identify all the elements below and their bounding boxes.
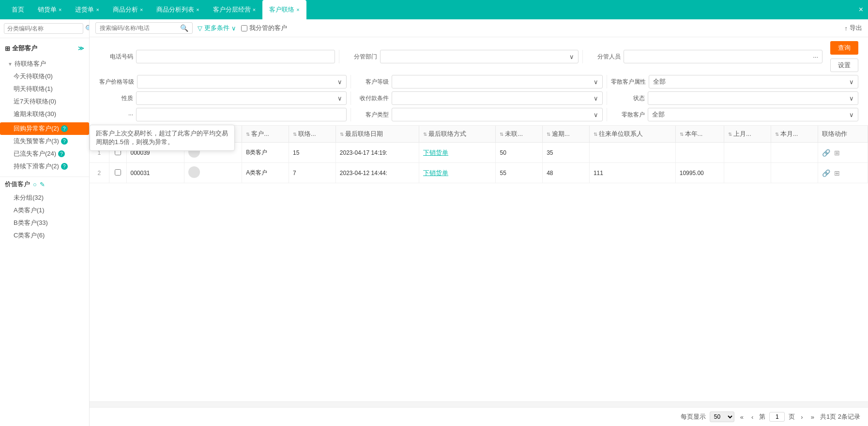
link-action-icon[interactable]: 🔗 <box>822 169 830 177</box>
page-size-select[interactable]: 50 20 100 <box>710 411 734 422</box>
nature-label: 性质 <box>99 94 133 103</box>
dots-input[interactable] <box>136 108 347 121</box>
col-last-contact-date-header[interactable]: ⇅ 最后联络日期 <box>335 126 419 143</box>
customer-level-select[interactable]: ∨ <box>392 75 602 88</box>
close-icon[interactable]: × <box>59 7 61 13</box>
dept-select[interactable]: ∨ <box>380 50 579 63</box>
settings-icon[interactable]: ✎ <box>40 181 45 188</box>
my-customers-checkbox[interactable] <box>241 25 247 31</box>
row-type: A类客户 <box>242 163 289 183</box>
phone-input[interactable] <box>136 50 335 63</box>
row-this-year <box>675 143 724 163</box>
row-no-contact: 55 <box>496 163 543 183</box>
nav-tab-customer-layers[interactable]: 客户分层经营 × <box>206 0 262 19</box>
search-input[interactable] <box>100 25 177 31</box>
query-button[interactable]: 查询 <box>830 41 858 55</box>
sidebar-item-tomorrow[interactable]: 明天待联络(1) <box>0 83 89 95</box>
search-icon[interactable]: 🔍 <box>180 24 188 32</box>
tooltip-box: 距客户上次交易时长，超过了此客户的平均交易周期的1.5倍，则视为异常。 <box>90 125 235 151</box>
sidebar-all-customers[interactable]: ⊞ 全部客户 ≫ <box>0 41 89 56</box>
chevron-down-icon: ∨ <box>231 25 236 32</box>
collapse-icon[interactable]: ≫ <box>78 45 84 52</box>
sidebar-item-a-class[interactable]: A类客户(1) <box>0 204 89 217</box>
row-last-contact-method[interactable]: 下销货单 <box>419 163 496 183</box>
per-page-label: 每页显示 <box>681 412 706 421</box>
filter-cell-payment: 收付款条件 ∨ <box>351 91 606 105</box>
sidebar-item-c-class[interactable]: C类客户(6) <box>0 229 89 242</box>
col-contacts-header[interactable]: ⇅ 往来单位联系人 <box>589 126 675 143</box>
row-actions: 🔗 ⊞ <box>818 143 868 163</box>
avatar <box>188 166 200 178</box>
close-icon[interactable]: × <box>96 7 99 13</box>
col-this-month-header[interactable]: ⇅ 本月... <box>771 126 818 143</box>
sidebar-item-ungroup[interactable]: 未分组(32) <box>0 191 89 204</box>
export-button[interactable]: ↑ 导出 <box>845 24 863 32</box>
manager-select[interactable]: ··· <box>624 50 822 63</box>
link-action-icon[interactable]: 🔗 <box>822 149 830 157</box>
page-number-input[interactable] <box>769 412 785 422</box>
settings-button[interactable]: 设置 <box>830 59 858 72</box>
status-select[interactable]: ∨ <box>648 91 858 105</box>
pending-contact-title[interactable]: ▼ 待联络客户 <box>0 58 89 70</box>
col-last-contact-method-header[interactable]: ⇅ 最后联络方式 <box>419 126 496 143</box>
row-checkbox[interactable] <box>109 163 126 183</box>
nav-tab-analysis[interactable]: 商品分析 × <box>106 0 150 19</box>
first-page-button[interactable]: « <box>738 412 746 422</box>
row-select-checkbox[interactable] <box>115 169 121 176</box>
horizontal-scrollbar[interactable] <box>90 401 868 407</box>
sidebar-item-today[interactable]: 今天待联络(0) <box>0 70 89 83</box>
customer-type-label: 客户类型 <box>355 111 389 119</box>
prev-page-button[interactable]: ‹ <box>749 412 755 422</box>
grid-action-icon[interactable]: ⊞ <box>834 149 840 157</box>
customer-type-select[interactable]: ∨ <box>392 108 602 121</box>
table-area[interactable]: ⚙ ⇅ 客户编码 ⇅ 客户名称 <box>90 126 868 401</box>
sort-icon: ⇅ <box>423 132 428 137</box>
close-icon[interactable]: × <box>296 7 299 13</box>
sidebar-item-churned[interactable]: 已流失客户(24) ? <box>0 147 89 160</box>
close-all-button[interactable]: × <box>859 5 863 14</box>
payment-select[interactable]: ∨ <box>392 91 602 105</box>
close-icon[interactable]: × <box>196 7 199 13</box>
sort-icon: ⇅ <box>728 132 733 137</box>
col-last-month-header[interactable]: ⇅ 上月... <box>724 126 771 143</box>
close-icon[interactable]: × <box>253 7 256 13</box>
sidebar-search-input[interactable] <box>4 23 83 34</box>
sidebar-item-overdue[interactable]: 逾期未联络(30) <box>0 108 89 120</box>
all-value: 全部 <box>652 110 665 119</box>
nav-tab-customer-contact[interactable]: 客户联络 × <box>262 0 306 19</box>
grid-action-icon[interactable]: ⊞ <box>834 169 840 177</box>
col-overdue-header[interactable]: ⇅ 逾期... <box>543 126 590 143</box>
filter-cell-retail-customer: 零散客户 全部 ∨ <box>607 108 862 121</box>
filter-cell-nature: 性质 ∨ <box>95 91 350 105</box>
sort-icon: ⇅ <box>246 132 251 137</box>
sidebar-item-b-class[interactable]: B类客户(33) <box>0 217 89 229</box>
close-icon[interactable]: × <box>140 7 143 13</box>
col-no-contact-header[interactable]: ⇅ 未联... <box>496 126 543 143</box>
nav-tab-purchase[interactable]: 进货单 × <box>68 0 106 19</box>
search-icon[interactable]: 🔍 <box>85 25 90 32</box>
retail-attr-select[interactable]: 全部 ∨ <box>649 75 858 88</box>
col-contact-count-header[interactable]: ⇅ 联络... <box>289 126 336 143</box>
row-no-contact: 50 <box>496 143 543 163</box>
next-page-button[interactable]: › <box>799 412 805 422</box>
price-level-select[interactable]: ∨ <box>137 75 347 88</box>
sidebar-item-repurchase-abnormal[interactable]: 回购异常客户(2) ? <box>0 122 89 135</box>
more-conditions-button[interactable]: ▽ 更多条件 ∨ <box>198 24 236 32</box>
action-buttons: 查询 设置 <box>826 41 862 72</box>
col-this-year-header[interactable]: ⇅ 本年... <box>675 126 724 143</box>
price-level-label: 客户价格等级 <box>99 78 134 86</box>
col-type-header[interactable]: ⇅ 客户... <box>242 126 289 143</box>
filter-cell-dept: 分管部门 ∨ <box>339 50 583 63</box>
nav-tab-home[interactable]: 首页 <box>5 0 31 19</box>
nav-tab-sales[interactable]: 销货单 × <box>31 0 68 19</box>
nav-tab-analysis-list[interactable]: 商品分析列表 × <box>150 0 206 19</box>
sidebar-item-declining[interactable]: 持续下滑客户(2) ? <box>0 160 89 173</box>
row-last-contact-method[interactable]: 下销货单 <box>419 143 496 163</box>
edit-icon[interactable]: ○ <box>33 181 37 188</box>
sidebar-item-churn-warning[interactable]: 流失预警客户(3) ? <box>0 135 89 147</box>
retail-customer-select[interactable]: 全部 ∨ <box>648 108 858 121</box>
last-page-button[interactable]: » <box>809 412 816 422</box>
sidebar-item-7days[interactable]: 近7天待联络(0) <box>0 95 89 108</box>
row-index: 2 <box>90 163 109 183</box>
nature-select[interactable]: ∨ <box>136 91 347 105</box>
